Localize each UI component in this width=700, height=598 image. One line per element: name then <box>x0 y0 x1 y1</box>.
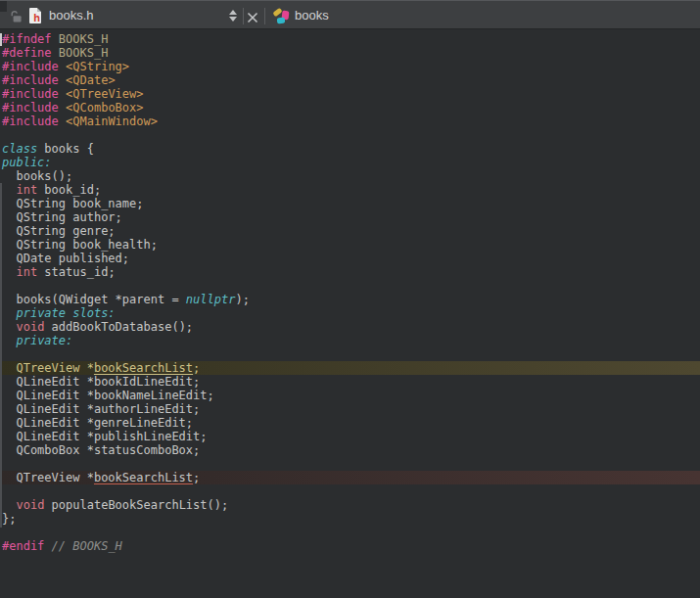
code-token: bookSearchList <box>94 361 193 375</box>
unlocked-padlock-icon <box>9 9 23 23</box>
code-line[interactable]: }; <box>0 512 700 526</box>
code-token: books(QWidget *parent = <box>2 293 186 306</box>
code-line[interactable]: QComboBox *statusComboBox; <box>0 443 700 457</box>
code-token: #include <box>2 73 66 87</box>
code-token <box>2 183 16 197</box>
code-token: #include <box>2 87 66 101</box>
code-token: books { <box>37 142 94 156</box>
code-token: QLineEdit *bookNameLineEdit; <box>2 389 214 402</box>
code-token: #endif <box>2 539 52 553</box>
code-line[interactable]: QLineEdit *genreLineEdit; <box>0 416 700 430</box>
code-token: QDate published; <box>2 252 129 265</box>
code-line[interactable]: public: <box>0 156 700 169</box>
code-line[interactable] <box>0 526 700 539</box>
code-line[interactable]: #include <QString> <box>0 60 700 73</box>
code-token: bookSearchList <box>94 471 193 484</box>
code-line[interactable]: int status_id; <box>0 265 700 279</box>
code-token: <QDate> <box>66 73 116 87</box>
code-line[interactable] <box>0 484 700 498</box>
code-line[interactable]: #include <QComboBox> <box>0 101 700 115</box>
code-line[interactable]: int book_id; <box>0 183 700 197</box>
code-token: BOOKS_H <box>59 32 109 46</box>
code-line[interactable]: QString book_name; <box>0 197 700 210</box>
code-token: int <box>16 265 37 279</box>
code-line[interactable]: private slots: <box>0 306 700 320</box>
code-token: populateBookSearchList(); <box>44 498 228 512</box>
code-line[interactable]: QDate published; <box>0 252 700 265</box>
code-token: status_id; <box>37 265 115 279</box>
code-line[interactable]: #define BOOKS_H <box>0 46 700 60</box>
code-token: nullptr <box>186 293 236 306</box>
code-token: #include <box>2 60 66 73</box>
code-line[interactable]: #include <QMainWindow> <box>0 115 700 128</box>
code-line[interactable] <box>0 347 700 361</box>
code-line[interactable]: QLineEdit *authorLineEdit; <box>0 402 700 416</box>
code-line[interactable]: QLineEdit *publishLineEdit; <box>0 430 700 443</box>
code-line[interactable]: QString book_health; <box>0 238 700 252</box>
code-token: }; <box>2 512 16 526</box>
code-token: QComboBox *statusComboBox; <box>2 443 200 457</box>
code-line[interactable]: class books { <box>0 142 700 156</box>
code-line[interactable]: QString genre; <box>0 224 700 238</box>
code-token: void <box>16 320 44 334</box>
code-line[interactable]: books(QWidget *parent = nullptr); <box>0 293 700 306</box>
code-token: <QString> <box>66 60 129 73</box>
code-token: #include <box>2 115 66 128</box>
code-token: ); <box>235 293 249 306</box>
code-line[interactable]: #ifndef BOOKS_H <box>0 32 700 46</box>
code-line[interactable]: void addBookToDatabase(); <box>0 320 700 334</box>
code-token <box>2 320 16 334</box>
code-token: private slots: <box>16 306 115 320</box>
code-token: class <box>2 142 37 156</box>
toolbar-separator <box>243 8 244 24</box>
arrow-down-icon <box>229 17 237 22</box>
code-line[interactable]: QString author; <box>0 210 700 224</box>
toolbar-corner-notch <box>0 1 7 12</box>
code-token: addBookToDatabase(); <box>44 320 193 334</box>
file-icon-letter: h <box>33 13 40 23</box>
code-line[interactable] <box>0 128 700 142</box>
code-line[interactable] <box>0 279 700 293</box>
code-line[interactable]: QLineEdit *bookIdLineEdit; <box>0 375 700 389</box>
code-token: QString book_name; <box>2 197 144 210</box>
code-line[interactable] <box>0 457 700 471</box>
code-line[interactable]: void populateBookSearchList(); <box>0 498 700 512</box>
symbol-icon-cyan-block <box>277 18 286 24</box>
code-token: <QMainWindow> <box>66 115 158 128</box>
code-line[interactable]: #endif // BOOKS_H <box>0 539 700 553</box>
block-indicator-line <box>0 183 2 528</box>
symbol-dropdown[interactable]: books <box>295 1 329 30</box>
code-line[interactable]: #include <QDate> <box>0 73 700 87</box>
code-token: QTreeView * <box>2 471 94 484</box>
code-token: QLineEdit *genreLineEdit; <box>2 416 193 430</box>
code-token: books(); <box>2 169 72 183</box>
code-line[interactable]: QLineEdit *bookNameLineEdit; <box>0 389 700 402</box>
code-line[interactable]: books(); <box>0 169 700 183</box>
code-token: QString author; <box>2 210 122 224</box>
code-token: <QComboBox> <box>66 101 143 115</box>
code-token <box>2 265 16 279</box>
code-token: QLineEdit *publishLineEdit; <box>2 430 208 443</box>
document-dropdown-icon[interactable] <box>227 8 239 23</box>
code-line[interactable]: QTreeView *bookSearchList; <box>0 471 700 484</box>
code-token: public: <box>2 156 52 169</box>
code-token: QTreeView * <box>2 361 94 375</box>
code-token: QLineEdit *authorLineEdit; <box>2 402 200 416</box>
code-token: <QTreeView> <box>66 87 143 101</box>
code-token: #ifndef <box>2 32 59 46</box>
code-line[interactable]: private: <box>0 334 700 347</box>
code-line[interactable]: QTreeView *bookSearchList; <box>0 361 700 375</box>
toolbar-separator <box>264 8 265 24</box>
close-tab-icon[interactable] <box>247 10 258 22</box>
code-editor[interactable]: #ifndef BOOKS_H#define BOOKS_H#include <… <box>0 30 700 598</box>
class-symbol-icon[interactable] <box>273 8 291 24</box>
code-token <box>2 498 16 512</box>
code-token: #define <box>2 46 59 60</box>
tab-title[interactable]: books.h <box>49 1 94 30</box>
code-token: int <box>16 183 37 197</box>
code-token: QLineEdit *bookIdLineEdit; <box>2 375 200 389</box>
code-token: BOOKS_H <box>59 46 109 60</box>
code-token: QString book_health; <box>2 238 158 252</box>
editor-toolbar: h books.h books <box>0 0 700 29</box>
code-line[interactable]: #include <QTreeView> <box>0 87 700 101</box>
